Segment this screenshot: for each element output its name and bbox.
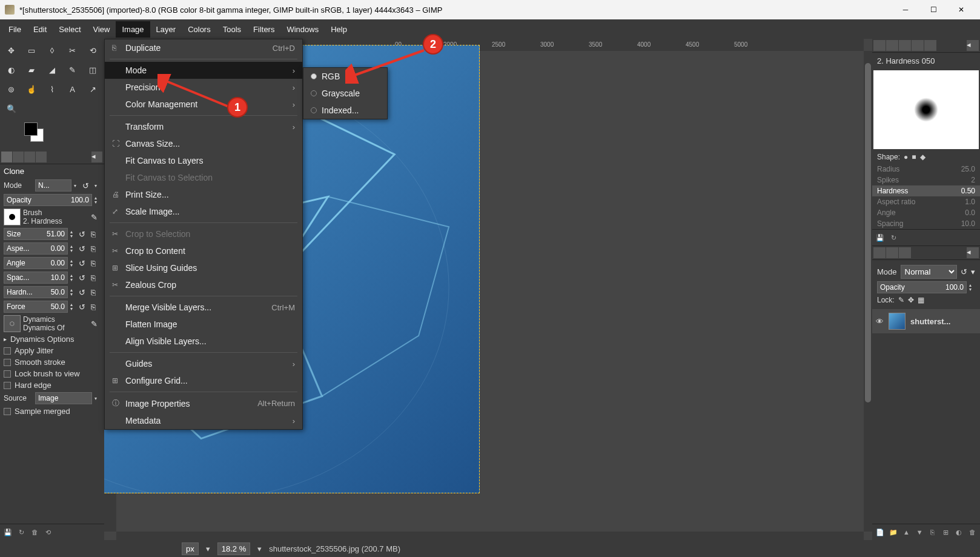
path-tool[interactable]: ⌇ [43, 80, 61, 98]
tab-tool-options[interactable] [1, 152, 12, 162]
aspect-link-icon[interactable]: ⎘ [91, 244, 101, 253]
reset-preset-icon[interactable]: ⟲ [42, 527, 53, 538]
brush-name[interactable]: 2. Hardness [23, 217, 88, 225]
fonts-tab[interactable] [899, 40, 911, 51]
configure-tab[interactable]: ◂ [967, 40, 979, 51]
angle-slider-value[interactable]: 0.0 [965, 208, 975, 217]
menu-align-layers[interactable]: Align Visible Layers... [105, 333, 302, 350]
menu-image-properties[interactable]: ⓘImage PropertiesAlt+Return [105, 395, 302, 412]
brushes-tab[interactable] [873, 40, 886, 51]
tab-images[interactable] [36, 152, 47, 162]
menu-select[interactable]: Select [53, 21, 87, 38]
unit-select[interactable]: px [182, 542, 199, 555]
channels-tab[interactable] [886, 247, 898, 258]
menu-print-size[interactable]: 🖨Print Size... [105, 186, 302, 203]
menu-fit-canvas-layers[interactable]: Fit Canvas to Layers [105, 152, 302, 169]
menu-flatten[interactable]: Flatten Image [105, 316, 302, 333]
layer-mode-select[interactable]: Normal [901, 265, 957, 279]
menu-canvas-size[interactable]: ⛶Canvas Size... [105, 135, 302, 152]
tab-device-status[interactable] [13, 152, 24, 162]
mode-reset-icon[interactable]: ↺ [82, 181, 92, 190]
move-tool[interactable]: ✥ [2, 41, 21, 59]
mode-indexed[interactable]: Indexed... [303, 102, 387, 119]
spacing-spinner[interactable]: ▴▾ [70, 273, 76, 282]
brush-revert-icon[interactable]: ↻ [888, 232, 899, 243]
angle-spinner[interactable]: ▴▾ [70, 259, 76, 267]
dynamics-value[interactable]: Dynamics Of [23, 324, 88, 332]
menu-duplicate[interactable]: ⎘DuplicateCtrl+D [105, 39, 302, 56]
history-tab[interactable] [912, 40, 924, 51]
menu-layer[interactable]: Layer [150, 21, 182, 38]
restore-preset-icon[interactable]: ↻ [16, 527, 27, 538]
brush-save-icon[interactable]: 💾 [875, 232, 886, 243]
mode-rgb[interactable]: RGB [303, 68, 387, 85]
menu-filters[interactable]: Filters [247, 21, 280, 38]
jitter-checkbox[interactable] [4, 347, 11, 355]
menu-merge-visible[interactable]: Merge Visible Layers...Ctrl+M [105, 299, 302, 316]
spacing-reset-icon[interactable]: ↺ [79, 273, 88, 282]
menu-scale-image[interactable]: ⤢Scale Image... [105, 203, 302, 220]
menu-edit[interactable]: Edit [27, 21, 53, 38]
menu-color-management[interactable]: Color Management› [105, 96, 302, 113]
lock-brush-checkbox[interactable] [4, 370, 11, 378]
tab-undo-history[interactable] [24, 152, 35, 162]
warp-tool[interactable]: ◐ [2, 61, 21, 79]
force-reset-icon[interactable]: ↺ [79, 302, 88, 312]
color-swatches[interactable] [24, 122, 45, 143]
merge-layer-icon[interactable]: ⊞ [941, 527, 952, 538]
layer-mode-reset-icon[interactable]: ↺ [961, 267, 967, 276]
maximize-button[interactable]: ☐ [919, 0, 947, 19]
menu-windows[interactable]: Windows [280, 21, 325, 38]
crop-tool[interactable]: ✂ [64, 41, 82, 59]
hardness-link-icon[interactable]: ⎘ [91, 288, 101, 297]
eraser-tool[interactable]: ◫ [84, 61, 102, 79]
menu-mode[interactable]: Mode› [105, 62, 302, 79]
layers-tab[interactable] [873, 247, 886, 258]
close-button[interactable]: ✕ [947, 0, 975, 19]
dynamics-preview[interactable]: ⬡ [4, 315, 21, 332]
tab-configure[interactable]: ◂ [91, 152, 102, 162]
layer-mode-dropdown-icon[interactable]: ▾ [971, 267, 975, 276]
new-group-icon[interactable]: 📁 [888, 527, 899, 538]
paths-tab[interactable] [899, 247, 911, 258]
radius-slider-value[interactable]: 25.0 [961, 165, 975, 173]
smudge-tool[interactable]: ☝ [23, 80, 41, 98]
size-link-icon[interactable]: ⎘ [91, 230, 101, 239]
color-picker-tool[interactable]: ↗ [84, 80, 102, 98]
force-link-icon[interactable]: ⎘ [91, 302, 101, 312]
menu-file[interactable]: File [2, 21, 27, 38]
layer-down-icon[interactable]: ▼ [914, 527, 925, 538]
zoom-dropdown-icon[interactable]: ▾ [257, 544, 262, 553]
gradient-tool[interactable]: ◢ [43, 61, 61, 79]
layer-name[interactable]: shutterst... [910, 317, 950, 326]
layer-item[interactable]: 👁 shutterst... [872, 309, 980, 333]
menu-configure-grid[interactable]: ⊞Configure Grid... [105, 372, 302, 389]
menu-view[interactable]: View [87, 21, 116, 38]
angle-link-icon[interactable]: ⎘ [91, 259, 101, 268]
source-dropdown-icon[interactable]: ▾ [94, 396, 101, 401]
lock-position-icon[interactable]: ✥ [908, 296, 914, 304]
aspect-reset-icon[interactable]: ↺ [79, 244, 88, 253]
opacity-spinner[interactable]: ▴▾ [94, 196, 101, 204]
sample-merged-checkbox[interactable] [4, 408, 11, 415]
duplicate-layer-icon[interactable]: ⎘ [927, 527, 938, 538]
menu-precision[interactable]: Precision› [105, 79, 302, 96]
text-tool[interactable]: A [64, 80, 82, 98]
aspect-spinner[interactable]: ▴▾ [70, 244, 76, 253]
menu-tools[interactable]: Tools [217, 21, 247, 38]
vertical-scrollbar[interactable] [864, 51, 872, 532]
clone-tool[interactable]: ⊚ [2, 80, 21, 98]
dynamics-edit-icon[interactable]: ✎ [91, 319, 101, 329]
layer-up-icon[interactable]: ▲ [901, 527, 912, 538]
mode-dropdown2-icon[interactable]: ▾ [94, 184, 101, 188]
menu-slice-guides[interactable]: ⊞Slice Using Guides [105, 259, 302, 276]
menu-transform[interactable]: Transform› [105, 118, 302, 135]
angle-reset-icon[interactable]: ↺ [79, 259, 88, 268]
force-value[interactable]: 50.0 [51, 302, 65, 311]
aspect-value[interactable]: 0.00 [51, 244, 65, 253]
configure2-tab[interactable]: ◂ [967, 247, 979, 258]
mode-dropdown-icon[interactable]: ▾ [74, 184, 80, 188]
menu-crop-content[interactable]: ✂Crop to Content [105, 242, 302, 259]
mask-icon[interactable]: ◐ [954, 527, 965, 538]
horizontal-scrollbar[interactable] [116, 532, 864, 540]
